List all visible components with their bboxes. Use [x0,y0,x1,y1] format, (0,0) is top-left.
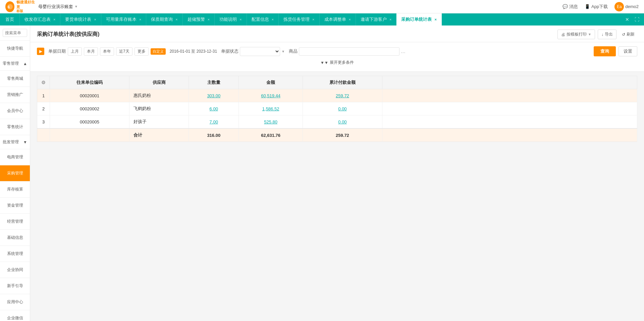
sidebar-item-retail-shop[interactable]: 零售商城 [0,71,30,87]
user-menu[interactable]: Ea demo2 [614,2,639,11]
sidebar: 快捷导航 零售管理 ▲ 零售商城 营销推广 会员中心 零售统计 批发管理 ▼ 电… [0,25,30,321]
row3-paid[interactable]: 0.00 [303,115,382,129]
filter-date-item: 单据日期 上月 本月 本年 近7天 更多 自定义 [48,47,166,56]
tab-home[interactable]: 首页 [0,13,20,25]
close-tab-overstock-alert[interactable]: × [208,17,210,21]
export-button[interactable]: ↓ 导出 [598,30,616,39]
date-range-text: 2016-01-01 至 2023-12-31 [170,49,217,54]
workspace-selector[interactable]: 母婴行业演示账套 ▼ [38,4,78,10]
row2-paid[interactable]: 0.00 [303,102,382,115]
tab-purchase-summary[interactable]: 采购订单统计表 × [396,13,441,25]
sidebar-item-member-center[interactable]: 会员中心 [0,103,30,119]
expand-more-btn[interactable]: ▼▼ 展开更多条件 [318,58,356,67]
close-tab-order-summary[interactable]: × [94,17,96,21]
sidebar-item-marketing[interactable]: 营销推广 [0,87,30,103]
close-all-tabs-btn[interactable]: ✕ [623,16,631,23]
nav-tabs: 首页 收发存汇总表 × 要货单统计表 × 可用量库存账本 × 保质期查询 × 超… [0,13,644,25]
message-btn[interactable]: 💬 消息 [562,4,578,10]
maximize-btn[interactable]: ⛶ [633,16,641,23]
filter-area: ▶ 单据日期 上月 本月 本年 近7天 更多 自定义 2016-01-01 至 … [30,42,644,72]
sidebar-item-finance[interactable]: 资金管理 [0,198,30,214]
gear-icon[interactable]: ⚙ [41,80,46,85]
goods-input[interactable] [299,47,399,56]
sidebar-item-new-user-guide[interactable]: 新手引导 [0,278,30,294]
col-extra-header [382,76,637,89]
workspace-arrow-icon: ▼ [74,5,78,8]
sidebar-item-basic-info[interactable]: 基础信息 [0,230,30,246]
row2-qty[interactable]: 6.00 [189,102,239,115]
batch-manage-arrow-icon: ▼ [23,140,27,145]
app-download-btn[interactable]: 📱 App下载 [585,4,608,10]
sidebar-item-enterprise-collab[interactable]: 企业协同 [0,262,30,278]
date-custom-badge[interactable]: 自定义 [151,48,166,55]
tab-pick-task[interactable]: 拣货任务管理 × [279,13,319,25]
close-tab-available-stock[interactable]: × [139,17,141,21]
col-qty-header: 主数量 [189,76,239,89]
sidebar-search-input[interactable] [3,29,27,37]
footer-label: 合计 [129,128,189,142]
row3-amount[interactable]: 525.80 [239,115,303,129]
row1-amount[interactable]: 60,519.44 [239,89,303,102]
tab-function-desc[interactable]: 功能说明 × [215,13,247,25]
close-tab-warranty-query[interactable]: × [175,17,177,21]
filter-toggle-btn[interactable]: ▶ [37,48,44,55]
settings-button[interactable]: 设置 [619,46,637,56]
sidebar-item-purchase-manage[interactable]: 采购管理 [0,165,30,181]
date-btn-last-month[interactable]: 上月 [68,47,82,56]
template-print-button[interactable]: 🖨 按模板打印 ▼ [557,30,595,39]
tab-invite-downstream[interactable]: 邀请下游客户 × [356,13,396,25]
status-label: 单据状态 [221,48,238,54]
page-header: 采购订单统计表(按供应商) 🖨 按模板打印 ▼ ↓ 导出 ↺ 刷新 [30,25,644,42]
footer-empty2 [50,128,129,142]
logo-text: 畅捷通好生意 标版 [16,0,36,13]
goods-more-icon[interactable]: … [401,49,406,54]
table-row: 3 00020005 好孩子 7.00 525.80 0.00 [37,115,637,129]
sidebar-item-shortcut[interactable]: 快捷导航 [0,41,30,57]
sidebar-item-app-center[interactable]: 应用中心 [0,294,30,310]
filter-second-row: ▼▼ 展开更多条件 [37,56,637,67]
date-btn-this-month[interactable]: 本月 [84,47,98,56]
sidebar-item-retail-manage[interactable]: 零售管理 ▲ [0,57,30,71]
footer-qty: 316.00 [189,128,239,142]
tab-config-info[interactable]: 配置信息 × [247,13,279,25]
tab-warranty-query[interactable]: 保质期查询 × [146,13,182,25]
top-right-actions: 💬 消息 📱 App下载 Ea demo2 [562,2,639,11]
close-tab-pick-task[interactable]: × [312,17,314,21]
date-btn-more[interactable]: 更多 [135,47,149,56]
query-button[interactable]: 查询 [594,46,616,56]
date-btn-7days[interactable]: 近7天 [116,47,132,56]
tab-order-summary[interactable]: 要货单统计表 × [60,13,101,25]
col-code-header: 往来单位编码 [50,76,129,89]
close-tab-invite-downstream[interactable]: × [389,17,391,21]
close-tab-receive-summary[interactable]: × [53,17,55,21]
status-select[interactable] [240,47,280,56]
sidebar-item-system[interactable]: 系统管理 [0,246,30,262]
close-tab-cost-adjust[interactable]: × [349,17,351,21]
row1-qty[interactable]: 303.00 [189,89,239,102]
sidebar-item-operations[interactable]: 经营管理 [0,214,30,230]
tab-receive-summary[interactable]: 收发存汇总表 × [20,13,60,25]
sidebar-item-batch-manage[interactable]: 批发管理 ▼ [0,135,30,149]
close-tab-purchase-summary[interactable]: × [434,17,436,21]
tab-overstock-alert[interactable]: 超储预警 × [183,13,215,25]
row1-paid[interactable]: 259.72 [303,89,382,102]
row3-qty[interactable]: 7.00 [189,115,239,129]
date-btn-this-year[interactable]: 本年 [100,47,114,56]
footer-amount: 62,631.76 [239,128,303,142]
sidebar-item-enterprise-wechat[interactable]: 企业微信 [0,310,30,321]
sidebar-item-retail-stats[interactable]: 零售统计 [0,119,30,135]
tab-available-stock[interactable]: 可用量库存账本 × [101,13,146,25]
sidebar-item-inventory[interactable]: 库存核算 [0,181,30,198]
tab-cost-adjust[interactable]: 成本调整单 × [320,13,356,25]
sidebar-item-ecommerce[interactable]: 电商管理 [0,149,30,165]
col-setting-header: ⚙ [37,76,50,89]
close-tab-function-desc[interactable]: × [239,17,241,21]
template-dropdown-icon: ▼ [588,33,591,36]
refresh-button[interactable]: ↺ 刷新 [619,30,637,39]
filter-goods: 商品 … [289,47,406,56]
row3-extra [382,115,637,129]
export-icon: ↓ [601,32,603,37]
nav-right-buttons: ✕ ⛶ [623,16,644,23]
row2-amount[interactable]: 1,586.52 [239,102,303,115]
close-tab-config-info[interactable]: × [272,17,274,21]
